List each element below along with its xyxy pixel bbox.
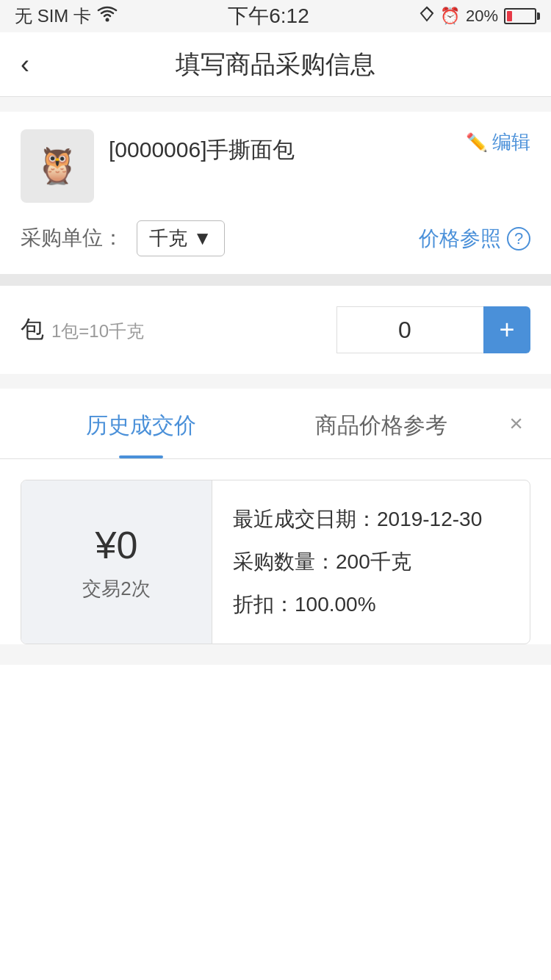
unit-left: 采购单位： 千克 ▼ (21, 220, 225, 256)
product-left: 🦉 [0000006]手撕面包 (21, 129, 295, 203)
product-logo-icon: 🦉 (35, 145, 79, 187)
card-trades: 交易2次 (82, 576, 150, 602)
unit-select[interactable]: 千克 ▼ (137, 220, 225, 256)
status-bar: 无 SIM 卡 下午6:12 ⏰ 20% (0, 0, 551, 32)
recent-date-label: 最近成交日期： (233, 508, 377, 530)
product-section: 🦉 [0000006]手撕面包 ✏️ 编辑 采购单位： 千克 ▼ 价格参照 ? (0, 112, 551, 274)
bottom-sheet: 历史成交价 商品价格参考 × ¥0 交易2次 最近成交日期：2019-12-30… (0, 389, 551, 644)
discount-value: 100.00% (295, 593, 376, 616)
carrier-label: 无 SIM 卡 (15, 4, 91, 28)
history-card: ¥0 交易2次 最近成交日期：2019-12-30 采购数量：200千克 折扣：… (21, 480, 530, 644)
page-title: 填写商品采购信息 (176, 48, 375, 82)
purchase-qty-row: 采购数量：200千克 (233, 547, 509, 577)
svg-point-0 (106, 18, 109, 22)
qty-input[interactable] (336, 306, 483, 353)
sheet-tabs: 历史成交价 商品价格参考 × (0, 389, 551, 459)
purchase-qty-label: 采购数量： (233, 550, 336, 573)
card-price-value: ¥0 (96, 523, 138, 567)
product-name: [0000006]手撕面包 (109, 129, 295, 165)
section-divider (0, 274, 551, 286)
price-ref-button[interactable]: 价格参照 ? (419, 225, 530, 253)
product-thumbnail: 🦉 (21, 129, 94, 203)
page-footer (0, 665, 551, 980)
sheet-close-button[interactable]: × (502, 403, 530, 444)
qty-plus-button[interactable]: + (483, 306, 530, 353)
product-header: 🦉 [0000006]手撕面包 ✏️ 编辑 (21, 129, 530, 203)
unit-value: 千克 (149, 226, 187, 251)
status-left: 无 SIM 卡 (15, 4, 118, 28)
card-price-section: ¥0 交易2次 (21, 480, 212, 644)
help-icon: ? (507, 227, 530, 251)
quantity-row: 包 1包=10千克 + (0, 286, 551, 374)
tab-history-price[interactable]: 历史成交价 (21, 389, 262, 458)
edit-icon: ✏️ (466, 132, 488, 153)
wifi-icon (97, 6, 118, 26)
location-icon (419, 6, 434, 26)
card-detail-section: 最近成交日期：2019-12-30 采购数量：200千克 折扣：100.00% (212, 480, 530, 644)
qty-conversion: 1包=10千克 (51, 320, 144, 343)
tab-price-reference[interactable]: 商品价格参考 (262, 389, 503, 458)
discount-label: 折扣： (233, 593, 295, 616)
purchase-qty-value: 200千克 (336, 550, 411, 573)
dropdown-icon: ▼ (193, 227, 212, 250)
qty-unit: 包 (21, 314, 44, 346)
price-ref-label: 价格参照 (419, 225, 501, 253)
qty-input-row: + (336, 306, 530, 353)
alarm-icon: ⏰ (440, 7, 460, 26)
battery-percent: 20% (466, 7, 498, 26)
unit-label: 采购单位： (21, 226, 123, 249)
back-button[interactable]: ‹ (21, 49, 29, 80)
product-unit-row: 采购单位： 千克 ▼ 价格参照 ? (21, 220, 530, 256)
edit-button[interactable]: ✏️ 编辑 (466, 129, 530, 155)
status-right: ⏰ 20% (419, 6, 536, 26)
recent-date-value: 2019-12-30 (377, 508, 482, 530)
qty-label-box: 包 1包=10千克 (21, 314, 144, 346)
recent-date-row: 最近成交日期：2019-12-30 (233, 504, 509, 535)
status-time: 下午6:12 (228, 2, 309, 30)
nav-bar: ‹ 填写商品采购信息 (0, 32, 551, 97)
discount-row: 折扣：100.00% (233, 589, 509, 620)
battery-icon (504, 8, 536, 24)
edit-label: 编辑 (492, 129, 530, 155)
